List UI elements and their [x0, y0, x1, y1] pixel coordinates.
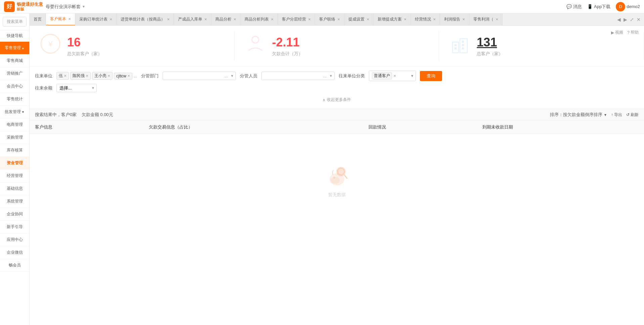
- tab-home[interactable]: 首页: [30, 13, 46, 26]
- sidebar-item-retail-mall[interactable]: 零售商城: [0, 55, 29, 67]
- tab-product-analysis-list[interactable]: 商品分析列表 ✕: [241, 13, 278, 26]
- tag-wang-close[interactable]: ✕: [108, 74, 110, 78]
- sidebar-item-purchase[interactable]: 采购管理: [0, 131, 29, 144]
- sidebar-item-retail-stats[interactable]: 零售统计: [0, 93, 29, 106]
- tab-next-btn[interactable]: ▶: [623, 16, 628, 23]
- sidebar-item-system[interactable]: 系统管理: [0, 195, 29, 208]
- tab-contact-close[interactable]: ✕: [337, 17, 340, 21]
- tab-analysis-close[interactable]: ✕: [233, 17, 236, 21]
- sidebar-item-wholesale[interactable]: 批发管理 ▼: [0, 106, 29, 118]
- tab-new-commission-label: 新增提成方案: [378, 16, 402, 22]
- store-selector[interactable]: 母婴行业演示帐套 ▼: [46, 4, 85, 10]
- tab-close-all-btn[interactable]: ✕: [636, 16, 641, 23]
- tab-new-commission[interactable]: 新增提成方案 ✕: [374, 13, 411, 26]
- tab-commission-close[interactable]: ✕: [367, 17, 369, 21]
- sidebar-item-vip[interactable]: 畅会员: [0, 259, 29, 272]
- avatar: D: [616, 2, 625, 11]
- tab-customers-close[interactable]: ✕: [68, 17, 71, 21]
- user-menu-btn[interactable]: D demo2: [616, 2, 640, 11]
- tab-inbound-close[interactable]: ✕: [167, 17, 170, 21]
- svg-rect-6: [455, 47, 457, 49]
- tab-analysis-list-label: 商品分析列表: [245, 16, 269, 22]
- sidebar-search-area: 搜索菜单: [0, 13, 29, 30]
- tab-retail-profit-close[interactable]: ✕: [496, 17, 498, 21]
- tag-wu-close[interactable]: ✕: [64, 74, 67, 78]
- tab-product-inbound-label: 产成品入库单: [178, 16, 202, 22]
- more-tags-btn[interactable]: ...: [134, 74, 137, 78]
- tab-profit-report[interactable]: 利润报告 ✕: [440, 13, 469, 26]
- sidebar-item-marketing[interactable]: 营销推广: [0, 67, 29, 80]
- collapse-bar[interactable]: ∧ 收起更多条件: [35, 95, 639, 105]
- debt-customers-label: 总欠款客户（家）: [67, 51, 102, 57]
- tag-cjttcw: cjttcw ✕: [114, 73, 132, 79]
- tab-bar: 首页 客户账本 ✕ 采购订单统计表 ✕ 进货单统计表（按商品） ✕ 产成品入库单…: [30, 13, 644, 26]
- balance-select-wrapper: 选择...: [56, 84, 97, 92]
- sidebar-item-finance[interactable]: 资金管理: [0, 157, 29, 170]
- tab-prev-btn[interactable]: ◀: [616, 16, 621, 23]
- tab-business-status[interactable]: 经营情况 ✕: [411, 13, 440, 26]
- sidebar-item-app-center[interactable]: 应用中心: [0, 233, 29, 246]
- unit-type-close[interactable]: ✕: [393, 74, 396, 78]
- tab-commission[interactable]: 提成设置 ✕: [344, 13, 374, 26]
- debt-customers-count: 16: [67, 35, 102, 49]
- tab-purchase-close[interactable]: ✕: [110, 17, 112, 21]
- tab-product-close[interactable]: ✕: [204, 17, 207, 21]
- person-more-btn[interactable]: ...: [323, 74, 327, 78]
- tab-business-close[interactable]: ✕: [433, 17, 436, 21]
- tab-customer-contact[interactable]: 客户联络 ✕: [315, 13, 344, 26]
- export-btn[interactable]: ↑ 导出: [611, 112, 622, 118]
- dept-more-btn[interactable]: ...: [224, 74, 228, 78]
- query-button[interactable]: 查询: [420, 71, 442, 81]
- svg-rect-9: [462, 47, 464, 49]
- person-select-wrapper: ...: [261, 72, 335, 80]
- filter-row-1: 往来单位 伍 ✕ 陈民强 ✕ 王小亮 ✕: [35, 71, 639, 81]
- search-menu-btn[interactable]: 搜索菜单: [3, 17, 27, 27]
- sidebar-item-guide[interactable]: 新手引导: [0, 221, 29, 233]
- tab-analysis-list-close[interactable]: ✕: [271, 17, 273, 21]
- app-download-btn[interactable]: 📱 App下载: [587, 4, 610, 10]
- tab-customers-label: 客户账本: [50, 16, 66, 22]
- svg-rect-8: [462, 44, 464, 46]
- store-name: 母婴行业演示帐套: [46, 4, 81, 10]
- tab-profit-close[interactable]: ✕: [462, 17, 465, 21]
- tab-new-commission-close[interactable]: ✕: [404, 17, 406, 21]
- tab-tier-close[interactable]: ✕: [308, 17, 311, 21]
- sidebar-item-wechat[interactable]: 企业微信: [0, 246, 29, 259]
- sidebar-item-ecommerce[interactable]: 电商管理: [0, 118, 29, 131]
- search-summary: 搜索结果中，客户0家 欠款金额 0.00元: [35, 112, 113, 118]
- message-btn[interactable]: 💬 消息: [566, 4, 582, 10]
- sidebar-quick-nav[interactable]: 快捷导航: [0, 30, 29, 42]
- tab-product-analysis[interactable]: 商品分析 ✕: [211, 13, 241, 26]
- refresh-btn[interactable]: ↺ 刷新: [626, 112, 639, 118]
- tab-customers[interactable]: 客户账本 ✕: [46, 13, 75, 26]
- sidebar-item-inventory[interactable]: 库存核算: [0, 144, 29, 157]
- unit-filter-tags: 伍 ✕ 陈民强 ✕ 王小亮 ✕ cjttcw ✕: [56, 72, 137, 80]
- dept-filter-label: 分管部门: [141, 73, 159, 79]
- tag-cjttcw-close[interactable]: ✕: [127, 74, 130, 78]
- video-btn[interactable]: ▶ 视频: [611, 30, 623, 35]
- sidebar-item-retail[interactable]: 零售管理 ▲: [0, 42, 29, 55]
- help-btn[interactable]: ? 帮助: [627, 30, 639, 35]
- sidebar-item-enterprise[interactable]: 企业协同: [0, 208, 29, 221]
- tab-inbound-stats[interactable]: 进货单统计表（按商品） ✕: [117, 13, 174, 26]
- tab-customer-tier[interactable]: 客户分层经营 ✕: [278, 13, 315, 26]
- tab-retail-profit[interactable]: 零售利润（ ✕: [469, 13, 503, 26]
- sidebar-item-member[interactable]: 会员中心: [0, 80, 29, 93]
- export-label: 导出: [614, 112, 622, 118]
- tag-wang-text: 王小亮: [94, 73, 106, 79]
- logo-sub: 标版: [17, 7, 43, 11]
- help-icon: ?: [627, 30, 630, 35]
- sidebar-item-basic[interactable]: 基础信息: [0, 182, 29, 195]
- tag-chen-close[interactable]: ✕: [86, 74, 88, 78]
- sidebar-item-operations[interactable]: 经营管理: [0, 170, 29, 182]
- empty-text: 暂无数据: [328, 192, 346, 198]
- balance-select[interactable]: 选择...: [56, 84, 97, 92]
- debt-summary-text: 欠款金额 0.00元: [82, 112, 113, 117]
- unit-type-select[interactable]: 普通客户 ✕: [369, 71, 416, 81]
- tag-chen: 陈民强 ✕: [70, 72, 91, 80]
- sort-select[interactable]: 排序：按欠款金额倒序排序 ▼: [550, 112, 607, 118]
- tab-product-inbound[interactable]: 产成品入库单 ✕: [174, 13, 211, 26]
- sidebar: 搜索菜单 快捷导航 零售管理 ▲ 零售商城 营销推广 会员中心 零售统计 批发管…: [0, 13, 30, 325]
- tab-purchase-order[interactable]: 采购订单统计表 ✕: [75, 13, 117, 26]
- tab-expand-btn[interactable]: ⤢: [629, 16, 635, 23]
